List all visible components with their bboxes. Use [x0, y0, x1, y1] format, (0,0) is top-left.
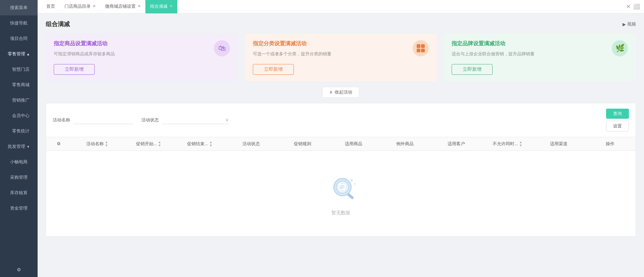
- tab-combo-discount[interactable]: 组合满减 ✕: [145, 0, 177, 13]
- collapse-button[interactable]: ∧ 收起活动: [322, 87, 359, 98]
- card-product-btn[interactable]: 立即新增: [54, 64, 95, 75]
- sidebar-item-search-menu[interactable]: 搜索菜单: [0, 0, 38, 15]
- empty-text: 暂无数据: [331, 210, 350, 216]
- sidebar-item-retail-stats[interactable]: 零售统计: [0, 123, 38, 139]
- sidebar-item-member-center[interactable]: 会员中心: [0, 108, 38, 123]
- activity-name-field: 活动名称: [53, 116, 133, 124]
- sidebar-item-smart-store[interactable]: 智慧门店: [0, 62, 38, 77]
- card-brand-title: 指定品牌设置满减活动: [452, 40, 628, 47]
- card-product: 指定商品设置满减活动 🛍 可指定滞销商品或库存较多商品 立即新增: [46, 34, 238, 81]
- collapse-bar: ∧ 收起活动: [46, 87, 636, 98]
- sidebar-item-retail-management[interactable]: 零售管理 ▲: [0, 46, 38, 62]
- play-icon: ▶: [623, 22, 626, 27]
- col-action: 操作: [584, 141, 636, 147]
- card-category-desc: 可选一个或者多个分类，提升分类的销量: [253, 51, 429, 57]
- sidebar-item-purchase-management[interactable]: 采购管理: [0, 170, 38, 185]
- sidebar-item-wholesale-management[interactable]: 批发管理 ▼: [0, 139, 38, 154]
- sidebar-item-label: 零售管理: [8, 51, 25, 57]
- query-button[interactable]: 查询: [606, 109, 629, 119]
- svg-point-12: [350, 179, 353, 182]
- video-link[interactable]: ▶ 视频: [623, 21, 636, 27]
- card-category-title: 指定分类设置满减活动: [253, 40, 429, 47]
- sidebar-item-label: 零售统计: [12, 128, 30, 134]
- sort-icon[interactable]: ▲▼: [105, 141, 108, 147]
- chevron-down-icon: ▼: [27, 145, 30, 149]
- sidebar-item-label: 零售商城: [12, 82, 30, 88]
- activity-status-select[interactable]: ∨: [162, 116, 229, 124]
- table-header: ⚙ 活动名称 ▲▼ 促销开始... ▲▼ 促销结束... ▲▼ 活动状态: [46, 137, 636, 151]
- card-product-desc: 可指定滞销商品或库存较多商品: [54, 51, 230, 57]
- gear-settings-icon[interactable]: ⚙: [57, 141, 61, 146]
- close-icon[interactable]: ✕: [138, 4, 141, 8]
- sidebar-item-label: 小畅电商: [10, 159, 28, 165]
- card-category-btn[interactable]: 立即新增: [253, 64, 294, 75]
- sidebar-item-label: 搜索菜单: [10, 5, 28, 11]
- svg-rect-1: [421, 44, 425, 48]
- sidebar-item-label: 采购管理: [10, 174, 28, 180]
- card-brand: 指定品牌设置满减活动 🌿 适合与上游企业联合做营销，提升品牌销量 立即新增: [444, 34, 636, 81]
- card-brand-btn[interactable]: 立即新增: [452, 64, 493, 75]
- sidebar-item-label: 会员中心: [12, 113, 30, 119]
- col-end: 促销结束... ▲▼: [174, 141, 226, 147]
- sort-icon[interactable]: ▲▼: [519, 141, 522, 147]
- activity-name-input[interactable]: [73, 116, 133, 124]
- svg-rect-3: [421, 49, 425, 52]
- sort-icon[interactable]: ▲▼: [158, 141, 161, 147]
- close-icon[interactable]: ✕: [93, 4, 96, 8]
- sidebar-item-label: 快捷导航: [10, 20, 28, 26]
- sidebar-item-label: 库存核算: [10, 190, 28, 196]
- card-product-title: 指定商品设置满减活动: [54, 40, 230, 47]
- sidebar-item-quick-nav[interactable]: 快捷导航: [0, 15, 38, 31]
- col-gear: ⚙: [46, 141, 72, 146]
- tab-store-catalog[interactable]: 门店商品目录 ✕: [60, 0, 100, 13]
- sidebar: 搜索菜单 快捷导航 项目合同 零售管理 ▲ 智慧门店 零售商城 营销推广 会员中…: [0, 0, 38, 277]
- chevron-down-icon: ∨: [225, 117, 229, 122]
- sidebar-item-label: 资金管理: [10, 205, 28, 211]
- sidebar-item-label: 营销推广: [12, 97, 30, 103]
- close-window-icon[interactable]: ✕: [626, 3, 631, 10]
- svg-rect-0: [417, 44, 420, 48]
- window-controls: ✕ ⬜: [626, 3, 640, 10]
- sidebar-item-project-contract[interactable]: 项目合同: [0, 31, 38, 46]
- sidebar-item-label: 批发管理: [8, 144, 25, 150]
- col-goods: 适用商品: [328, 141, 379, 147]
- expand-window-icon[interactable]: ⬜: [633, 3, 640, 10]
- filter-table-container: 活动名称 活动状态 ∨ 查询 设置 ⚙: [46, 103, 636, 236]
- close-icon[interactable]: ✕: [170, 4, 173, 8]
- empty-illustration: [324, 171, 358, 205]
- page-title: 组合满减: [46, 20, 70, 28]
- sidebar-item-xiaoqi-ecom[interactable]: 小畅电商: [0, 154, 38, 170]
- col-channel: 适用渠道: [533, 141, 585, 147]
- sidebar-item-fund-management[interactable]: 资金管理: [0, 201, 38, 216]
- tab-bar: 首页 门店商品目录 ✕ 微商城店铺设置 ✕ 组合满减 ✕ ✕ ⬜: [38, 0, 644, 13]
- chevron-up-icon: ∧: [329, 90, 333, 95]
- content-area: 组合满减 ▶ 视频 指定商品设置满减活动 🛍 可指定滞销商品或库存较多商品 立即…: [38, 13, 644, 277]
- filter-row: 活动名称 活动状态 ∨ 查询 设置: [46, 103, 636, 137]
- card-product-icon: 🛍: [214, 40, 230, 56]
- card-category: 指定分类设置满减活动 可选一个或者多个分类，提升分类的销量 立即新增: [245, 34, 437, 81]
- col-name: 活动名称 ▲▼: [72, 141, 123, 147]
- col-no-concurrent: 不允许同时... ▲▼: [482, 141, 533, 147]
- sidebar-item-inventory-accounting[interactable]: 库存核算: [0, 185, 38, 201]
- sort-icon[interactable]: ▲▼: [209, 141, 213, 147]
- page-header: 组合满减 ▶ 视频: [46, 20, 636, 28]
- activity-name-label: 活动名称: [53, 117, 70, 123]
- tab-home[interactable]: 首页: [42, 0, 60, 13]
- sidebar-item-retail-mall[interactable]: 零售商城: [0, 77, 38, 93]
- tab-wechat-shop-settings[interactable]: 微商城店铺设置 ✕: [100, 0, 145, 13]
- col-customer: 适用客户: [430, 141, 482, 147]
- svg-point-13: [354, 183, 356, 185]
- empty-state: 暂无数据: [46, 151, 636, 236]
- chevron-up-icon: ▲: [27, 52, 30, 56]
- setting-button[interactable]: 设置: [606, 121, 629, 131]
- activity-status-label: 活动状态: [141, 117, 159, 123]
- gear-icon[interactable]: ⚙: [0, 262, 38, 277]
- col-exception: 例外商品: [379, 141, 431, 147]
- card-brand-icon: 🌿: [612, 40, 628, 56]
- main-area: 首页 门店商品目录 ✕ 微商城店铺设置 ✕ 组合满减 ✕ ✕ ⬜ 组合满减 ▶ …: [38, 0, 644, 277]
- sidebar-item-marketing[interactable]: 营销推广: [0, 93, 38, 108]
- activity-status-field: 活动状态 ∨: [141, 116, 229, 124]
- filter-actions: 查询 设置: [606, 109, 629, 131]
- sidebar-item-label: 项目合同: [10, 36, 28, 42]
- card-category-icon: [413, 40, 429, 56]
